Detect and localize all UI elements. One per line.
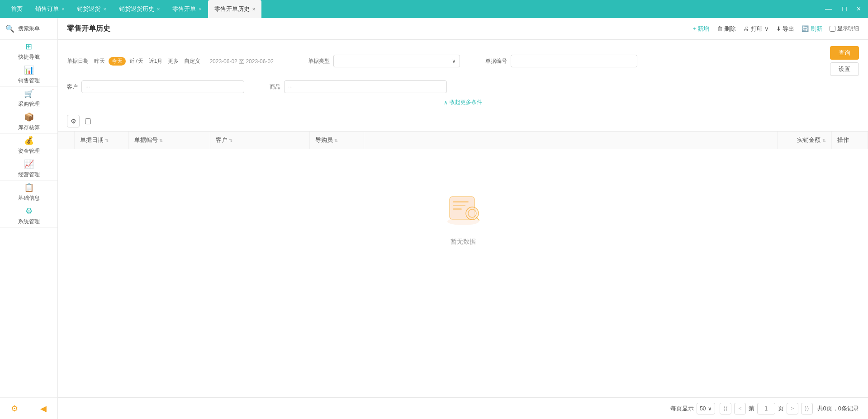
sidebar-item-shortcuts-label: 快捷导航 <box>18 53 40 61</box>
first-page-icon: ⟨⟨ <box>723 405 728 412</box>
sidebar-item-purchase[interactable]: 🛒 采购管理 <box>0 87 57 110</box>
export-label: ⬇ 导出 <box>776 25 795 33</box>
tab-sales-return[interactable]: 销货退货 × <box>71 0 112 18</box>
data-table: 单据日期 ⇅ 单据编号 ⇅ 客户 ⇅ <box>58 132 868 149</box>
today-btn[interactable]: 今天 <box>109 57 126 66</box>
last7days-btn[interactable]: 近7天 <box>128 57 145 66</box>
custom-btn[interactable]: 自定义 <box>182 57 202 66</box>
goods-input[interactable]: ··· <box>284 80 447 93</box>
yesterday-btn[interactable]: 昨天 <box>92 57 107 66</box>
sidebar-item-operations[interactable]: 📈 经营管理 <box>0 157 57 181</box>
sidebar-item-finance[interactable]: 💰 资金管理 <box>0 134 57 157</box>
goods-ellipsis: ··· <box>288 84 293 90</box>
tab-sales-return-history[interactable]: 销货退货历史 × <box>113 0 166 18</box>
add-button[interactable]: + 新增 <box>693 25 709 33</box>
tab-sales-order-close[interactable]: × <box>62 6 64 12</box>
print-arrow-icon: ∨ <box>764 25 769 32</box>
page-header: 零售开单历史 + 新增 🗑 删除 🖨 打印 ∨ ⬇ 导出 🔄 刷新 <box>58 18 868 40</box>
page-size-label: 每页显示 <box>670 405 694 413</box>
col-date-label: 单据日期 <box>80 137 104 143</box>
export-button[interactable]: ⬇ 导出 <box>776 25 795 33</box>
show-detail-checkbox[interactable] <box>830 26 835 32</box>
first-page-btn[interactable]: ⟨⟨ <box>720 403 731 414</box>
window-max-btn[interactable]: □ <box>840 4 849 14</box>
shortcuts-icon: ⊞ <box>25 42 32 52</box>
tab-retail-order[interactable]: 零售开单 × <box>166 0 208 18</box>
col-header-amount[interactable]: 实销金额 ⇅ <box>778 132 832 149</box>
sidebar-item-shortcuts[interactable]: ⊞ 快捷导航 <box>0 40 57 63</box>
sidebar-search[interactable]: 🔍 搜索采单 <box>0 18 57 40</box>
date-range-display: 2023-06-02 至 2023-06-02 <box>209 57 273 66</box>
tab-retail-order-close[interactable]: × <box>199 6 201 12</box>
sidebar-item-system[interactable]: ⚙ 系统管理 <box>0 204 57 228</box>
tab-sales-return-close[interactable]: × <box>103 6 106 12</box>
sidebar-item-finance-label: 资金管理 <box>18 147 40 155</box>
sidebar-collapse-btn[interactable]: ◀ <box>40 404 47 414</box>
last-page-btn[interactable]: ⟩⟩ <box>801 403 813 414</box>
prev-page-btn[interactable]: ＜ <box>734 403 746 414</box>
sidebar-item-purchase-label: 采购管理 <box>18 100 40 108</box>
customer-input[interactable]: ··· <box>81 80 244 93</box>
col-amount-sort-icon[interactable]: ⇅ <box>822 138 826 143</box>
col-no-sort-icon[interactable]: ⇅ <box>159 138 163 143</box>
empty-state: 暂无数据 <box>58 149 868 282</box>
table-area: ⚙ 单据日期 ⇅ 单据编号 <box>58 111 868 419</box>
filter-settings-button[interactable]: 设置 <box>830 62 859 76</box>
window-close-icon[interactable]: × <box>854 4 863 14</box>
col-header-date[interactable]: 单据日期 ⇅ <box>74 132 128 149</box>
print-button[interactable]: 🖨 打印 ∨ <box>743 25 769 33</box>
page-nav: ⟨⟨ ＜ 第 页 ＞ ⟩⟩ <box>720 403 813 414</box>
col-header-guide[interactable]: 导购员 ⇅ <box>309 132 364 149</box>
sales-icon: 📊 <box>24 65 34 75</box>
last1month-btn[interactable]: 近1月 <box>147 57 165 66</box>
col-customer-label: 客户 <box>216 137 228 143</box>
filter-doc-no: 单据编号 <box>485 55 637 67</box>
collapse-row[interactable]: ∧ 收起更多条件 <box>67 98 859 107</box>
sidebar-item-inventory[interactable]: 📦 库存核算 <box>0 110 57 134</box>
page-size-dropdown[interactable]: 50 ∨ <box>697 403 715 414</box>
delete-label: 🗑 删除 <box>717 25 736 33</box>
tab-retail-history[interactable]: 零售开单历史 × <box>208 0 261 18</box>
filter-row-2: 客户 ··· 商品 ··· <box>67 80 859 93</box>
col-customer-sort-icon[interactable]: ⇅ <box>229 138 232 143</box>
header-actions: + 新增 🗑 删除 🖨 打印 ∨ ⬇ 导出 🔄 刷新 显示明细 <box>693 25 859 33</box>
select-all-checkbox[interactable] <box>85 118 91 124</box>
window-close-btn[interactable]: — <box>822 4 835 14</box>
col-header-no[interactable]: 单据编号 ⇅ <box>128 132 210 149</box>
sidebar-item-inventory-label: 库存核算 <box>18 124 40 132</box>
tab-retail-history-close[interactable]: × <box>252 6 255 12</box>
tab-sales-return-history-label: 销货退货历史 <box>119 5 154 13</box>
next-page-btn[interactable]: ＞ <box>787 403 798 414</box>
delete-button[interactable]: 🗑 删除 <box>717 25 736 33</box>
system-icon: ⚙ <box>25 206 33 216</box>
col-header-customer[interactable]: 客户 ⇅ <box>210 132 309 149</box>
tab-home[interactable]: 首页 <box>5 0 29 18</box>
date-label: 单据日期 <box>67 57 89 65</box>
refresh-button[interactable]: 🔄 刷新 <box>802 25 822 33</box>
col-date-sort-icon[interactable]: ⇅ <box>105 138 109 143</box>
filter-row-1: 单据日期 昨天 今天 近7天 近1月 更多 自定义 2023-06-02 至 2… <box>67 46 859 76</box>
doc-no-input[interactable] <box>511 55 637 67</box>
more-btn[interactable]: 更多 <box>166 57 180 66</box>
page-number-input[interactable] <box>757 403 775 414</box>
table-header-row: 单据日期 ⇅ 单据编号 ⇅ 客户 ⇅ <box>58 132 868 149</box>
page-suffix: 页 <box>778 405 784 413</box>
sidebar-settings-btn[interactable]: ⚙ <box>11 404 18 414</box>
table-settings-btn[interactable]: ⚙ <box>67 115 80 127</box>
empty-illustration <box>441 185 486 231</box>
gear-icon: ⚙ <box>71 118 76 125</box>
col-guide-sort-icon[interactable]: ⇅ <box>334 138 338 143</box>
sidebar-item-basic-info-label: 基础信息 <box>18 194 40 202</box>
page-title: 零售开单历史 <box>67 24 110 33</box>
query-button[interactable]: 查询 <box>830 46 859 60</box>
filter-goods: 商品 ··· <box>270 80 447 93</box>
tab-sales-order-label: 销售订单 <box>35 5 59 13</box>
sidebar-item-sales[interactable]: 📊 销售管理 <box>0 63 57 87</box>
tab-sales-order[interactable]: 销售订单 × <box>29 0 71 18</box>
tab-sales-return-history-close[interactable]: × <box>157 6 160 12</box>
sidebar-item-basic-info[interactable]: 📋 基础信息 <box>0 181 57 204</box>
empty-text: 暂无数据 <box>451 238 476 246</box>
tab-home-label: 首页 <box>11 5 23 13</box>
doc-type-select[interactable]: ∨ <box>333 55 460 67</box>
table-container: 单据日期 ⇅ 单据编号 ⇅ 客户 ⇅ <box>58 132 868 397</box>
